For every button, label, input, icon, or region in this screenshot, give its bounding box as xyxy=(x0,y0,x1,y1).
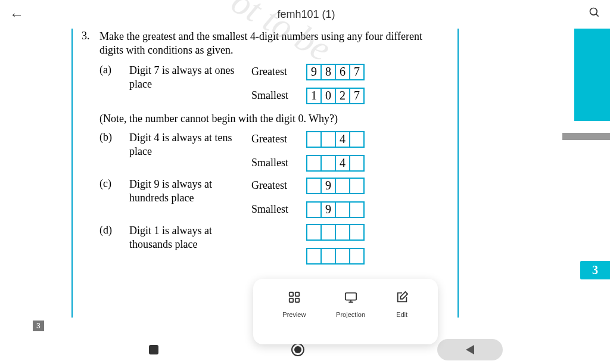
question-prompt: Make the greatest and the smallest 4-dig… xyxy=(99,30,443,58)
digit-cell: 9 xyxy=(320,201,336,218)
svg-rect-4 xyxy=(290,298,293,302)
smallest-label: Smallest xyxy=(251,89,306,102)
svg-rect-6 xyxy=(345,293,356,300)
digit-cell xyxy=(349,155,365,172)
subpart-c: (c) Digit 9 is always at hundreds place … xyxy=(82,178,443,218)
digit-cell: 8 xyxy=(320,64,336,80)
digit-cell: 7 xyxy=(349,88,365,104)
greatest-boxes xyxy=(306,224,365,241)
subpart-b: (b) Digit 4 is always at tens place Grea… xyxy=(82,131,443,172)
document-title: femh101 (1) xyxy=(24,8,589,21)
subpart-label: (b) xyxy=(99,131,129,144)
subpart-label: (c) xyxy=(99,178,129,190)
page-body: ot to be 3. Make the greatest and the sm… xyxy=(71,29,459,318)
top-bar: ← femh101 (1) xyxy=(0,0,610,29)
edit-button[interactable]: Edit xyxy=(396,291,409,344)
digit-cell: 2 xyxy=(335,88,350,104)
digit-cell: 0 xyxy=(320,88,336,104)
digit-cell xyxy=(306,178,322,194)
digit-cell xyxy=(335,201,350,218)
greatest-boxes: 4 xyxy=(306,131,365,148)
digit-cell xyxy=(335,224,350,241)
decorative-gray-bar xyxy=(562,133,610,140)
digit-cell: 4 xyxy=(335,131,350,148)
triangle-left-icon xyxy=(466,345,474,354)
question-number: 3. xyxy=(82,30,99,58)
digit-cell xyxy=(320,248,336,265)
nav-home-icon[interactable] xyxy=(291,343,304,356)
digit-cell xyxy=(306,155,322,172)
preview-button[interactable]: Preview xyxy=(282,291,306,344)
subpart-desc: Digit 1 is always at thousands place xyxy=(129,224,251,252)
smallest-boxes: 1 0 2 7 xyxy=(306,88,365,104)
subpart-desc: Digit 9 is always at hundreds place xyxy=(129,178,251,206)
subpart-a: (a) Digit 7 is always at ones place Grea… xyxy=(82,64,443,104)
smallest-boxes xyxy=(306,248,365,265)
digit-cell xyxy=(320,155,336,172)
digit-cell xyxy=(349,201,365,218)
svg-rect-3 xyxy=(295,293,299,296)
preview-label: Preview xyxy=(282,311,306,318)
smallest-boxes: 4 xyxy=(306,155,365,172)
projection-button[interactable]: Projection xyxy=(336,291,365,344)
greatest-label: Greatest xyxy=(251,133,306,145)
greatest-boxes: 9 xyxy=(306,178,365,194)
projection-label: Projection xyxy=(336,311,365,318)
digit-cell xyxy=(335,248,350,265)
svg-line-1 xyxy=(596,14,599,17)
question-row: 3. Make the greatest and the smallest 4-… xyxy=(82,30,443,58)
subpart-label: (a) xyxy=(99,64,129,76)
subpart-desc: Digit 7 is always at ones place xyxy=(129,64,251,92)
edit-icon xyxy=(396,291,409,307)
subpart-label: (d) xyxy=(99,224,129,237)
subpart-desc: Digit 4 is always at tens place xyxy=(129,131,251,159)
digit-cell xyxy=(306,224,322,241)
nav-back-button[interactable] xyxy=(437,339,503,360)
greatest-boxes: 9 8 6 7 xyxy=(306,64,365,80)
digit-cell: 6 xyxy=(335,64,350,80)
decorative-cyan-bar xyxy=(574,29,610,121)
page-indicator: 3 xyxy=(33,321,44,331)
nav-recent-icon[interactable] xyxy=(149,345,158,354)
digit-cell xyxy=(320,131,336,148)
digit-cell: 1 xyxy=(306,88,322,104)
digit-cell xyxy=(349,131,365,148)
subpart-d: (d) Digit 1 is always at thousands place xyxy=(82,224,443,265)
svg-point-0 xyxy=(590,8,597,15)
digit-cell xyxy=(306,248,322,265)
digit-cell xyxy=(349,178,365,194)
tool-popup: Preview Projection Edit xyxy=(253,279,438,344)
search-icon[interactable] xyxy=(589,7,600,22)
right-strip: 3 xyxy=(562,29,610,318)
digit-cell xyxy=(349,248,365,265)
back-arrow-icon[interactable]: ← xyxy=(10,7,24,23)
digit-cell xyxy=(349,224,365,241)
smallest-label: Smallest xyxy=(251,203,306,216)
digit-cell: 4 xyxy=(335,155,350,172)
digit-cell xyxy=(320,224,336,241)
page-number-tab: 3 xyxy=(580,261,610,279)
digit-cell xyxy=(306,131,322,148)
edit-label: Edit xyxy=(396,311,407,318)
digit-cell xyxy=(335,178,350,194)
digit-cell: 7 xyxy=(349,64,365,80)
digit-cell: 9 xyxy=(320,178,336,194)
svg-rect-5 xyxy=(295,298,299,302)
smallest-label: Smallest xyxy=(251,157,306,169)
smallest-boxes: 9 xyxy=(306,201,365,218)
greatest-label: Greatest xyxy=(251,66,306,78)
svg-rect-2 xyxy=(290,293,293,296)
grid-icon xyxy=(288,291,301,307)
monitor-icon xyxy=(344,291,357,307)
content-area: ot to be 3. Make the greatest and the sm… xyxy=(0,29,610,318)
digit-cell: 9 xyxy=(306,64,322,80)
greatest-label: Greatest xyxy=(251,179,306,192)
digit-cell xyxy=(306,201,322,218)
question-note: (Note, the number cannot begin with the … xyxy=(82,113,443,125)
